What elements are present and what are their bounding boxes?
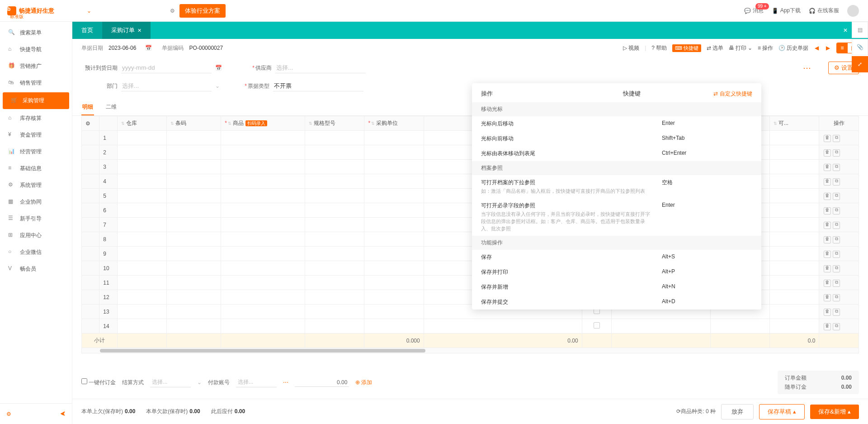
sidebar-item-10[interactable]: ▦企业协同 [0, 194, 72, 210]
tab-close-all-icon[interactable]: ✕ [840, 25, 851, 36]
shortcut-button[interactable]: ⌨快捷键 [672, 44, 701, 52]
sidebar-item-12[interactable]: ⊞应用中心 [0, 227, 72, 244]
calendar-icon[interactable]: 📅 [145, 45, 152, 51]
help-link[interactable]: ?帮助 [651, 44, 667, 52]
copy-row-icon[interactable]: ⧉ [833, 164, 840, 171]
sidebar-item-0[interactable]: 🔍搜索菜单 [0, 24, 72, 41]
video-link[interactable]: ▷视频 [623, 44, 639, 52]
col-barcode[interactable]: ⇅条码 [167, 116, 221, 131]
dock-note-icon[interactable]: ▤ [852, 22, 868, 38]
sidebar-item-8[interactable]: ≡基础信息 [0, 160, 72, 177]
calendar-icon[interactable]: 📅 [215, 65, 222, 71]
delete-row-icon[interactable]: 🗑 [824, 265, 831, 272]
sidebar-item-1[interactable]: ⌂快捷导航 [0, 41, 72, 58]
user-menu[interactable] [847, 5, 861, 17]
row-checkbox[interactable] [594, 322, 600, 329]
copy-row-icon[interactable]: ⧉ [833, 251, 840, 258]
table-row[interactable]: 14🗑⧉ [82, 319, 859, 333]
refresh-icon[interactable]: ⟳ [676, 409, 681, 414]
settle-select[interactable]: 选择... [150, 377, 191, 387]
copy-row-icon[interactable]: ⧉ [833, 323, 840, 330]
sidebar-item-5[interactable]: ⌂库存核算 [0, 110, 72, 127]
delete-row-icon[interactable]: 🗑 [824, 280, 831, 287]
ellipsis-icon[interactable]: ⋯ [283, 380, 288, 385]
scrollbar-thumb[interactable] [100, 349, 425, 353]
sidebar-collapse-icon[interactable]: ⮜ [60, 411, 66, 417]
sidebar-item-7[interactable]: 📊经营管理 [0, 143, 72, 160]
history-link[interactable]: 🕑历史单据 [778, 44, 808, 52]
print-link[interactable]: 🖶打印⌄ [729, 44, 752, 52]
dock-attach-icon[interactable]: 📎 [852, 39, 868, 55]
copy-row-icon[interactable]: ⧉ [833, 236, 840, 243]
sidebar-settings-icon[interactable]: ⚙ [6, 411, 11, 417]
copy-row-icon[interactable]: ⧉ [833, 222, 840, 229]
more-dots-icon[interactable]: ⋯ [803, 64, 815, 72]
delete-row-icon[interactable]: 🗑 [824, 294, 831, 301]
supplier-input[interactable] [275, 62, 366, 73]
delete-row-icon[interactable]: 🗑 [824, 323, 831, 330]
sidebar-item-14[interactable]: V畅会员 [0, 261, 72, 277]
col-unit[interactable]: ⇅采购单位 [364, 116, 424, 131]
view-list-icon[interactable]: ≡ [837, 43, 848, 53]
col-settings[interactable]: ⚙ [82, 116, 99, 131]
actions-link[interactable]: ≡操作 [758, 44, 773, 52]
invoice-type-input[interactable] [273, 81, 363, 91]
dock-expand-icon[interactable]: ⤢ [852, 56, 868, 72]
delete-row-icon[interactable]: 🗑 [824, 251, 831, 258]
tab-detail[interactable]: 明细 [81, 100, 94, 115]
copy-row-icon[interactable]: ⧉ [833, 193, 840, 200]
discard-button[interactable]: 放弃 [721, 404, 754, 419]
sidebar-item-4[interactable]: 🛒采购管理 [3, 92, 69, 109]
delete-row-icon[interactable]: 🗑 [824, 207, 831, 214]
delete-row-icon[interactable]: 🗑 [824, 193, 831, 200]
delete-row-icon[interactable]: 🗑 [824, 135, 831, 142]
delete-row-icon[interactable]: 🗑 [824, 222, 831, 229]
gear-icon[interactable]: ⚙ [170, 8, 175, 14]
sidebar-item-13[interactable]: ○企业微信 [0, 244, 72, 261]
chevron-down-icon[interactable]: ⌄ [197, 380, 202, 385]
copy-row-icon[interactable]: ⧉ [833, 207, 840, 214]
online-service-link[interactable]: 🎧 在线客服 [809, 7, 839, 14]
chevron-down-icon[interactable]: ⌄ [215, 83, 220, 89]
col-product[interactable]: ⇅商品扫码录入 [221, 116, 305, 131]
scan-tag[interactable]: 扫码录入 [245, 120, 267, 126]
tab-home[interactable]: 首页 [72, 22, 102, 39]
copy-row-icon[interactable]: ⧉ [833, 135, 840, 142]
custom-shortcut-link[interactable]: ⇄自定义快捷键 [713, 90, 752, 98]
next-doc-icon[interactable]: ▶ [825, 45, 831, 51]
sidebar-item-2[interactable]: 🎁营销推广 [0, 58, 72, 75]
delete-row-icon[interactable]: 🗑 [824, 178, 831, 186]
delete-row-icon[interactable]: 🗑 [824, 309, 831, 316]
dept-input[interactable] [121, 81, 212, 91]
sidebar-item-9[interactable]: ⚙系统管理 [0, 177, 72, 194]
prev-doc-icon[interactable]: ◀ [814, 45, 820, 51]
onekey-checkbox[interactable]: 一键付订金 [81, 378, 116, 386]
close-icon[interactable]: ✕ [137, 28, 142, 33]
add-payment-link[interactable]: ⊕添加 [355, 379, 372, 386]
select-ticket-link[interactable]: ⇄选单 [707, 44, 723, 52]
copy-row-icon[interactable]: ⧉ [833, 265, 840, 272]
delete-row-icon[interactable]: 🗑 [824, 149, 831, 157]
delete-row-icon[interactable]: 🗑 [824, 164, 831, 171]
app-download-link[interactable]: 📱 App下载 [772, 7, 801, 14]
save-new-button[interactable]: 保存&新增▴ [810, 405, 859, 419]
sidebar-item-11[interactable]: ☰新手引导 [0, 210, 72, 227]
delete-row-icon[interactable]: 🗑 [824, 236, 831, 243]
try-plan-button[interactable]: 体验行业方案 [179, 4, 226, 18]
copy-row-icon[interactable]: ⧉ [833, 309, 840, 316]
sidebar-item-3[interactable]: 🛍销售管理 [0, 75, 72, 91]
copy-row-icon[interactable]: ⧉ [833, 149, 840, 157]
tab-dimension[interactable]: 二维 [105, 100, 118, 115]
copy-row-icon[interactable]: ⧉ [833, 294, 840, 301]
expect-date-input[interactable] [121, 62, 212, 73]
save-draft-button[interactable]: 保存草稿▴ [759, 404, 805, 419]
date-value[interactable]: 2023-06-06 [108, 45, 136, 51]
col-warehouse[interactable]: ⇅仓库 [117, 116, 166, 131]
col-spec[interactable]: ⇅规格型号 [305, 116, 364, 131]
amount-input[interactable]: 0.00 [295, 378, 349, 387]
col-avail[interactable]: ⇅可... [770, 116, 819, 131]
acct-select[interactable]: 选择... [236, 377, 277, 387]
copy-row-icon[interactable]: ⧉ [833, 280, 840, 287]
tab-purchase-order[interactable]: 采购订单 ✕ [102, 22, 151, 39]
copy-row-icon[interactable]: ⧉ [833, 178, 840, 186]
